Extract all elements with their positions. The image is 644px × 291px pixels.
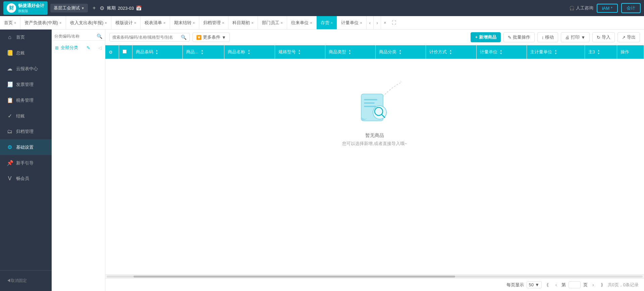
th-price-method[interactable]: 计价方式 ▲▼ (426, 45, 476, 59)
close-tab-partner[interactable]: × (310, 21, 312, 25)
more-filter-btn[interactable]: 🔽 更多条件 ▼ (193, 33, 230, 42)
unpin-btn[interactable]: ◀取消固定 (0, 275, 52, 287)
tab-period-end[interactable]: 期末结转 × (170, 16, 199, 30)
batch-operation-btn[interactable]: ✎ 批量操作 (503, 32, 535, 42)
category-collapse-icon[interactable]: ◁ (98, 45, 102, 50)
th-col3[interactable]: 主3 ▲▼ (585, 45, 617, 59)
barcode-sort[interactable]: ▲▼ (156, 49, 158, 55)
next-page-btn[interactable]: › (590, 282, 596, 288)
col-code-label: 商品... (186, 49, 199, 55)
sidebar-item-guide[interactable]: 📌 新手引导 (0, 155, 52, 171)
first-page-btn[interactable]: ⟪ (544, 282, 551, 288)
tab-template[interactable]: 模版设计 × (111, 16, 141, 30)
th-settings[interactable]: ⚙ (105, 45, 119, 59)
price-sort[interactable]: ▲▼ (449, 49, 452, 55)
account-button[interactable]: 会计 (621, 3, 641, 13)
logo-text: 畅捷通好会计 旗舰版 (18, 3, 44, 13)
add-workspace-btn[interactable]: + (93, 5, 96, 11)
close-tab-asset[interactable]: × (59, 21, 61, 25)
close-tab-archive[interactable]: × (222, 21, 224, 25)
tab-next-btn[interactable]: › (374, 16, 381, 30)
sidebar-item-archive[interactable]: 🗂 归档管理 (0, 124, 52, 139)
th-unit[interactable]: 计量单位 ▲▼ (476, 45, 527, 59)
tab-archive[interactable]: 归档管理 × (199, 16, 228, 30)
per-page-select[interactable]: 50 ▼ (527, 281, 542, 288)
close-tab-subjects[interactable]: × (251, 21, 253, 25)
import-btn[interactable]: ↻ 导入 (592, 32, 615, 42)
print-btn[interactable]: 🖨 打印 ▼ (561, 32, 590, 42)
scrollbar-track[interactable] (107, 276, 643, 278)
sidebar-item-basic[interactable]: ⚙ 基础设置 (0, 139, 52, 155)
export-btn[interactable]: ↗ 导出 (618, 32, 640, 42)
tab-home[interactable]: 首页 × (0, 16, 20, 30)
category-search-input[interactable] (54, 34, 95, 39)
product-search-icon[interactable]: 🔍 (181, 35, 186, 40)
close-tab-income[interactable]: × (105, 21, 107, 25)
sidebar-item-home[interactable]: ⌂ 首页 (0, 30, 52, 45)
code-sort[interactable]: ▲▼ (201, 49, 204, 55)
th-name[interactable]: 商品名称 ▲▼ (224, 45, 275, 59)
tab-partner[interactable]: 往来单位 × (287, 16, 316, 30)
tab-department[interactable]: 部门员工 × (258, 16, 287, 30)
th-barcode[interactable]: 商品条码 ▲▼ (132, 45, 182, 59)
th-code[interactable]: 商品... ▲▼ (182, 45, 224, 59)
type-sort[interactable]: ▲▼ (348, 49, 351, 55)
close-tab-unit[interactable]: × (360, 21, 362, 25)
workspace-selector[interactable]: 基层工会测试 ▼ (50, 4, 88, 12)
tab-expand-btn[interactable]: ⛶ (389, 16, 399, 30)
category-edit-icon[interactable]: ✎ (87, 45, 90, 50)
category-sort[interactable]: ▲▼ (399, 49, 401, 55)
empty-title: 暂无商品 (365, 133, 384, 139)
tab-income[interactable]: 收入支出表(年报) × (66, 16, 111, 30)
sidebar-item-cloud-report[interactable]: ☁ 云报表中心 (0, 61, 52, 77)
category-all[interactable]: ⊞ 全部分类 (55, 43, 78, 52)
close-tab-tax[interactable]: × (163, 21, 165, 25)
sidebar-item-invoice[interactable]: 🧾 发票管理 (0, 77, 52, 92)
tab-subjects[interactable]: 科目期初 × (228, 16, 258, 30)
workspace-settings-btn[interactable]: ⚙ (100, 5, 104, 11)
search-toolbar: 🔍 🔽 更多条件 ▼ + 新增商品 ✎ 批量操作 ↕ (105, 30, 644, 45)
tab-tax[interactable]: 税表清单 × (141, 16, 170, 30)
close-tab-period-end[interactable]: × (193, 21, 195, 25)
close-tab-template[interactable]: × (134, 21, 136, 25)
close-tab-home[interactable]: × (14, 21, 16, 25)
th-spec[interactable]: 规格型号 ▲▼ (275, 45, 325, 59)
prev-page-btn[interactable]: ‹ (553, 282, 559, 288)
per-page-arrow: ▼ (535, 282, 539, 287)
tab-asset[interactable]: 资产负债表(中期) × (20, 16, 66, 30)
scrollbar-thumb[interactable] (133, 276, 455, 278)
last-page-btn[interactable]: ⟫ (599, 282, 605, 288)
move-btn[interactable]: ↕ 移动 (537, 32, 558, 42)
sidebar-item-checkout[interactable]: ✓ 结账 (0, 108, 52, 124)
main-unit-sort[interactable]: ▲▼ (554, 49, 557, 55)
calendar-icon[interactable]: 📅 (136, 5, 142, 11)
tab-prev-btn[interactable]: ‹ (367, 16, 374, 30)
category-search-icon[interactable]: 🔍 (97, 34, 102, 39)
th-category[interactable]: 商品分类 ▲▼ (376, 45, 426, 59)
th-checkbox[interactable] (119, 45, 132, 59)
iam-button[interactable]: iAM * (597, 4, 618, 13)
unit-sort[interactable]: ▲▼ (500, 49, 502, 55)
horizontal-scrollbar[interactable] (105, 274, 644, 278)
close-tab-department[interactable]: × (281, 21, 283, 25)
col3-sort[interactable]: ▲▼ (597, 49, 600, 55)
name-sort[interactable]: ▲▼ (248, 49, 250, 55)
th-main-unit[interactable]: 主计量单位 ▲▼ (527, 45, 585, 59)
th-type[interactable]: 商品类型 ▲▼ (325, 45, 375, 59)
close-tab-inventory[interactable]: × (331, 21, 333, 25)
tab-inventory[interactable]: 存货 × (317, 16, 337, 30)
select-all-checkbox[interactable] (122, 49, 127, 54)
customer-service-btn[interactable]: 🎧 人工咨询 (569, 5, 593, 11)
tab-unit-label: 计量单位 (341, 20, 359, 26)
th-operation: 操作 (617, 45, 644, 59)
add-product-btn[interactable]: + 新增商品 (471, 32, 500, 42)
sidebar-item-ledger[interactable]: 📒 总账 (0, 45, 52, 61)
page-number-input[interactable]: 1 (569, 281, 581, 288)
sidebar-item-tax[interactable]: 📋 税务管理 (0, 92, 52, 108)
product-search-input[interactable] (112, 35, 179, 40)
sidebar-item-member[interactable]: V 畅会员 (0, 171, 52, 186)
tab-inventory-label: 存货 (321, 20, 329, 26)
tab-unit[interactable]: 计量单位 × (337, 16, 366, 30)
tab-close-all-btn[interactable]: × (381, 16, 389, 30)
spec-sort[interactable]: ▲▼ (298, 49, 301, 55)
